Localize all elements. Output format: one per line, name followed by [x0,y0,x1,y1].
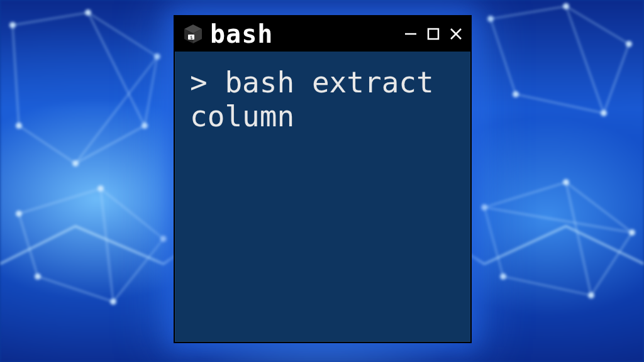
terminal-body[interactable]: > bash extract column [175,52,470,342]
svg-point-20 [500,273,506,280]
window-title: bash [210,19,273,48]
svg-point-3 [72,160,79,167]
svg-point-13 [626,41,632,47]
maximize-button[interactable] [426,27,440,41]
svg-point-4 [16,123,22,129]
svg-point-10 [16,211,22,217]
window-controls [404,27,463,41]
close-icon [449,27,463,41]
minimize-button[interactable] [404,27,418,41]
svg-point-17 [563,179,569,185]
prompt-symbol: > [190,65,208,99]
svg-point-6 [97,185,104,192]
svg-point-14 [601,110,607,116]
bash-cube-icon: $ [182,23,204,45]
maximize-icon [426,27,440,41]
titlebar[interactable]: $ bash [175,16,470,52]
minimize-icon [404,27,418,41]
svg-point-19 [588,292,594,299]
svg-text:$: $ [190,35,192,40]
svg-point-18 [629,229,635,236]
svg-point-2 [142,123,148,129]
svg-point-12 [563,3,569,9]
svg-point-9 [35,273,41,280]
svg-point-15 [513,91,519,97]
svg-point-0 [85,9,91,16]
svg-rect-27 [428,29,438,39]
close-button[interactable] [449,27,463,41]
terminal-window: $ bash > bash extract column [174,15,472,343]
svg-point-8 [110,299,116,305]
svg-point-16 [481,204,487,211]
svg-point-1 [154,53,160,60]
svg-point-5 [9,22,16,28]
svg-point-11 [487,16,494,22]
command-text: bash extract column [190,65,451,133]
svg-point-7 [160,236,167,242]
